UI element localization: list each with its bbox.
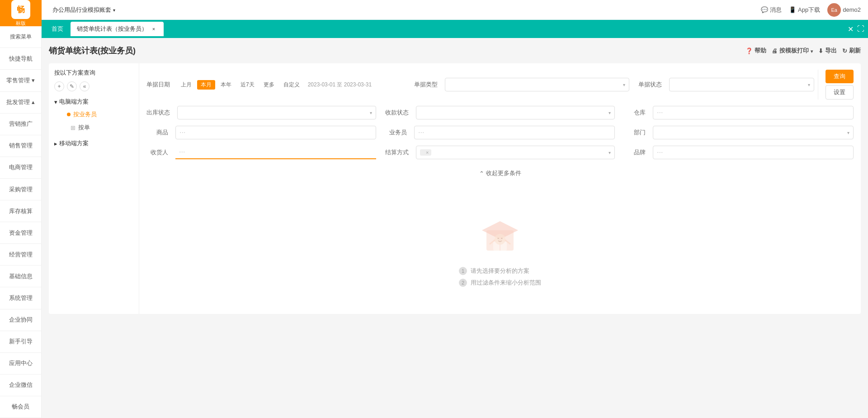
print-icon: 🖨 [772, 48, 778, 54]
message-icon: 💬 [761, 6, 768, 13]
salesperson-label: 业务员 [385, 128, 410, 137]
print-action[interactable]: 🖨 按模板打印 [772, 47, 813, 55]
salesperson-input[interactable]: ··· [414, 126, 615, 139]
pc-scheme-title[interactable]: ▾ 电脑端方案 [54, 96, 133, 108]
filter-panel: 按以下方案查询 + ✎ « ▾ 电脑端方案 按 [49, 63, 861, 314]
print-label: 按模板打印 [779, 47, 809, 55]
tab-sales-stat-close[interactable]: × [150, 25, 157, 33]
filter-field-doc-status: 单据状态 查询 设置 [638, 70, 854, 100]
scheme-item-salesperson[interactable]: 按业务员 [54, 108, 133, 121]
mobile-chevron: ▸ [54, 140, 57, 147]
help-label: 帮助 [755, 47, 766, 55]
dept-input[interactable] [653, 126, 854, 139]
warehouse-input[interactable]: ··· [653, 106, 854, 119]
user-profile-action[interactable]: Ea demo2 [827, 3, 861, 17]
export-action[interactable]: ⬇ 导出 [818, 47, 837, 55]
date-tag-this-year[interactable]: 本年 [217, 80, 235, 90]
sidebar-item-member[interactable]: 畅会员 [0, 396, 42, 418]
doc-type-input[interactable] [445, 78, 629, 91]
sidebar-item-guide[interactable]: 新手引导 [0, 331, 42, 353]
app-selector-label: 办公用品行业模拟账套 [52, 6, 111, 14]
refresh-action[interactable]: ↻ 刷新 [842, 47, 861, 55]
sidebar-item-ecommerce[interactable]: 电商管理 [0, 157, 42, 179]
consignee-input[interactable]: ··· [175, 146, 376, 159]
out-status-input[interactable] [177, 106, 376, 119]
svg-point-6 [501, 238, 503, 239]
brand-label: 品牌 [624, 148, 649, 157]
app-selector[interactable]: 办公用品行业模拟账套 [49, 4, 119, 16]
consignee-label: 收货人 [146, 148, 172, 157]
sidebar-item-purchase[interactable]: 采购管理 [0, 179, 42, 200]
help-action[interactable]: ❓ 帮助 [745, 47, 766, 55]
doc-status-input[interactable] [669, 78, 814, 91]
settlement-tag-remove[interactable]: × [426, 150, 429, 155]
tab-home[interactable]: 首页 [45, 22, 70, 36]
empty-icon [477, 214, 523, 260]
sidebar-item-marketing[interactable]: 营销推广 [0, 114, 42, 135]
warehouse-dots: ··· [657, 109, 663, 117]
filter-sidebar-title: 按以下方案查询 [54, 69, 133, 77]
recv-status-input[interactable] [416, 106, 615, 119]
sidebar-item-appcenter[interactable]: 应用中心 [0, 353, 42, 375]
scheme-sub-item-order[interactable]: ⊞ 按单 [54, 121, 133, 134]
sidebar-item-operation[interactable]: 经营管理 [0, 244, 42, 266]
date-tag-this-month[interactable]: 本月 [197, 80, 215, 90]
goods-label: 商品 [146, 128, 172, 137]
sidebar-item-system[interactable]: 系统管理 [0, 287, 42, 309]
scheme-add-btn[interactable]: + [54, 81, 64, 91]
settings-btn[interactable]: 设置 [826, 85, 854, 100]
pc-scheme-chevron: ▾ [54, 99, 57, 105]
settlement-label: 结算方式 [385, 148, 412, 157]
tab-close-all[interactable]: ✕ [848, 25, 854, 33]
filter-field-out-status: 出库状态 [146, 106, 385, 119]
sidebar-item-basic[interactable]: 基础信息 [0, 266, 42, 287]
settlement-input[interactable]: × [416, 146, 615, 159]
sidebar-item-enterprise[interactable]: 企业协同 [0, 309, 42, 331]
recv-status-arrow [609, 110, 611, 115]
date-tag-more[interactable]: 更多 [260, 80, 278, 90]
query-btn[interactable]: 查询 [826, 70, 854, 83]
filter-field-consignee: 收货人 ··· [146, 146, 385, 159]
sidebar-item-search[interactable]: 搜索菜单 [0, 26, 42, 48]
date-label: 单据日期 [146, 81, 174, 89]
date-tag-last-month[interactable]: 上月 [177, 80, 195, 90]
doc-status-label: 单据状态 [638, 81, 665, 89]
sidebar-item-quicknav[interactable]: 快捷导航 [0, 48, 42, 70]
sidebar-item-retail[interactable]: 零售管理 ▾ [0, 70, 42, 91]
refresh-icon: ↻ [842, 48, 847, 54]
query-buttons: 查询 设置 [818, 70, 854, 100]
dept-label: 部门 [624, 128, 649, 137]
tab-sales-stat[interactable]: 销货单统计表（按业务员） × [71, 22, 164, 36]
filter-row-3: 商品 ··· 业务员 ··· [146, 126, 854, 139]
empty-tip-2: 2 用过滤条件来缩小分析范围 [459, 279, 541, 287]
page-title-row: 销货单统计表(按业务员) ❓ 帮助 🖨 按模板打印 ⬇ 导出 [49, 45, 861, 56]
date-tag-7days[interactable]: 近7天 [237, 80, 258, 90]
app-logo[interactable]: 畅 标版 [0, 0, 42, 26]
sidebar-item-wholesale[interactable]: 批发管理 ▴ [0, 92, 42, 114]
help-icon: ❓ [745, 48, 753, 54]
goods-input[interactable]: ··· [175, 126, 376, 139]
message-label: 消息 [770, 6, 782, 14]
sidebar-item-finance[interactable]: 资金管理 [0, 222, 42, 244]
scheme-edit-btn[interactable]: ✎ [67, 81, 77, 91]
date-tags: 上月 本月 本年 近7天 更多 自定义 [177, 80, 303, 90]
mobile-scheme-title[interactable]: ▸ 移动端方案 [54, 138, 133, 149]
tab-fullscreen[interactable]: ⛶ [857, 25, 864, 33]
sidebar: 畅 标版 搜索菜单 快捷导航 零售管理 ▾ 批发管理 ▴ 营销推广 销售管理 电… [0, 0, 42, 418]
app-download-action[interactable]: 📱 App下载 [789, 6, 820, 14]
sidebar-item-sales[interactable]: 销售管理 [0, 135, 42, 157]
sidebar-item-inventory[interactable]: 库存核算 [0, 200, 42, 222]
brand-input[interactable]: ··· [653, 146, 854, 159]
collapse-btn[interactable]: ⌃ 收起更多条件 [479, 169, 521, 177]
filter-sidebar: 按以下方案查询 + ✎ « ▾ 电脑端方案 按 [49, 63, 139, 314]
page-title: 销货单统计表(按业务员) [49, 45, 136, 56]
scheme-collapse-btn[interactable]: « [80, 81, 90, 91]
date-tag-custom[interactable]: 自定义 [280, 80, 303, 90]
sidebar-item-wechat[interactable]: 企业微信 [0, 375, 42, 396]
message-action[interactable]: 💬 消息 [761, 6, 782, 14]
tab-home-label: 首页 [52, 25, 63, 33]
filter-collapse-row: ⌃ 收起更多条件 [146, 166, 854, 181]
filter-row-2: 出库状态 收款状态 [146, 106, 854, 119]
consignee-dots: ··· [179, 148, 185, 156]
salesperson-dots: ··· [418, 128, 424, 137]
